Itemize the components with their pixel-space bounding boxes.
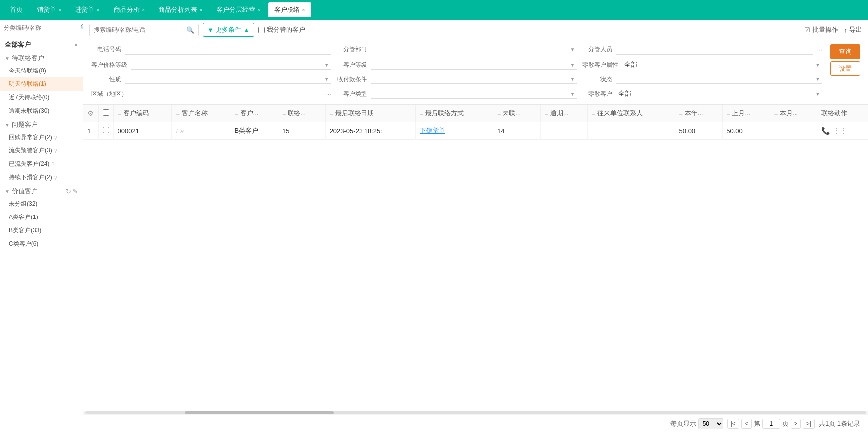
close-icon[interactable]: × — [58, 7, 61, 13]
caret-icon: ▼ — [570, 47, 575, 52]
edit-icon[interactable]: ✎ — [73, 188, 78, 195]
customer-level-field: 客户等级 ▼ — [337, 61, 577, 70]
phone-action-icon[interactable]: 📞 — [821, 127, 830, 135]
nav-item-sales[interactable]: 销货单 × — [31, 2, 67, 17]
help-icon[interactable]: ? — [54, 148, 57, 154]
region-more-icon[interactable]: ··· — [326, 91, 331, 98]
sidebar-item-churn-warning[interactable]: 流失预警客户(3) ? — [0, 144, 83, 157]
main-search-icon[interactable]: 🔍 — [186, 26, 194, 34]
cell-name: Ea — [172, 122, 230, 140]
retail-attr-select[interactable]: 全部 ▼ — [622, 59, 822, 71]
payment-select[interactable]: ▼ — [371, 75, 577, 84]
sidebar-item-7days[interactable]: 近7天待联络(0) — [0, 91, 83, 104]
query-button[interactable]: 查询 — [830, 44, 860, 59]
cell-contact-person — [588, 122, 675, 140]
nav-item-customer-contact[interactable]: 客户联络 × — [268, 2, 311, 17]
last-page-btn[interactable]: >| — [803, 419, 815, 429]
select-all-checkbox[interactable] — [103, 109, 109, 116]
close-icon[interactable]: × — [199, 7, 202, 13]
page-input-area: 第 页 — [754, 419, 789, 429]
grid-action-icon[interactable]: ⋮⋮ — [833, 127, 847, 135]
gender-select[interactable]: ▼ — [125, 75, 331, 84]
person-more-icon[interactable]: ··· — [817, 46, 822, 53]
col-this-year: ≡ 本年... — [675, 105, 723, 122]
caret-icon: ▼ — [324, 62, 329, 68]
retail-attr-label: 零散客户属性 — [582, 61, 618, 69]
col-uncontacted: ≡ 未联... — [493, 105, 541, 122]
sidebar-item-declining[interactable]: 持续下滑客户(2) ? — [0, 171, 83, 184]
gear-icon[interactable]: ⚙ — [87, 109, 94, 117]
reset-button[interactable]: 设置 — [830, 61, 860, 76]
horizontal-scrollbar[interactable] — [83, 411, 868, 415]
export-btn[interactable]: ↑ 导出 — [844, 25, 863, 34]
group-value-customers: ▼ 价值客户 ↻ ✎ — [0, 184, 83, 197]
dept-select[interactable]: ▼ — [371, 45, 577, 54]
close-icon[interactable]: × — [257, 7, 260, 13]
nav-item-purchase[interactable]: 进货单 × — [69, 2, 105, 17]
sidebar-item-today[interactable]: 今天待联络(0) — [0, 64, 83, 77]
sidebar-item-churned[interactable]: 已流失客户(24) ? — [0, 157, 83, 171]
nav-item-analysis[interactable]: 商品分析 × — [108, 2, 150, 17]
sidebar-item-overdue[interactable]: 逾期未联络(30) — [0, 104, 83, 118]
region-label: 区域（地区） — [91, 90, 127, 98]
page-input[interactable] — [762, 419, 780, 429]
status-field: 状态 ▼ — [582, 75, 822, 84]
my-customer-checkbox[interactable] — [258, 27, 265, 33]
sidebar-item-class-a[interactable]: A类客户(1) — [0, 211, 83, 224]
retail-select[interactable]: 全部 ▼ — [616, 88, 822, 100]
help-icon[interactable]: ? — [54, 175, 57, 181]
row-checkbox[interactable] — [103, 127, 109, 133]
top-nav: 首页 销货单 × 进货单 × 商品分析 × 商品分析列表 × 客户分层经营 × … — [0, 0, 868, 20]
customer-type-select[interactable]: ▼ — [371, 90, 577, 99]
close-icon[interactable]: × — [142, 7, 145, 13]
sidebar-item-repurchase-anomaly[interactable]: 回购异常客户(2) ? — [0, 131, 83, 144]
main-search-input[interactable] — [94, 26, 184, 33]
toolbar: 🔍 ▼ 更多条件 ▲ 我分管的客户 ☑ 批量操作 ↑ 导出 — [83, 20, 868, 40]
sidebar-item-ungrouped[interactable]: 未分组(32) — [0, 197, 83, 211]
retail-attr-field: 零散客户属性 全部 ▼ — [582, 59, 822, 71]
prev-page-btn[interactable]: < — [741, 419, 752, 429]
sidebar-search-input[interactable] — [4, 24, 78, 31]
region-input[interactable] — [131, 89, 322, 99]
sidebar-item-class-b[interactable]: B类客户(33) — [0, 224, 83, 237]
collapse-icon[interactable]: « — [74, 41, 78, 48]
next-page-btn[interactable]: > — [791, 419, 801, 429]
cell-code: 000021 — [113, 122, 172, 140]
filter-icon: ▼ — [207, 26, 214, 34]
close-icon[interactable]: × — [96, 7, 99, 13]
page-suffix-label: 页 — [782, 419, 789, 428]
price-level-select[interactable]: ▼ — [131, 61, 331, 70]
person-input[interactable] — [616, 44, 813, 55]
per-page-label: 每页显示 — [670, 419, 696, 428]
phone-input[interactable] — [125, 44, 331, 55]
bulk-op-btn[interactable]: ☑ 批量操作 — [804, 25, 838, 34]
nav-home[interactable]: 首页 — [4, 2, 29, 17]
my-customer-checkbox-area[interactable]: 我分管的客户 — [258, 25, 305, 34]
close-icon[interactable]: × — [302, 7, 305, 13]
page-prefix-label: 第 — [754, 419, 760, 428]
sidebar-item-class-c[interactable]: C类客户(6) — [0, 237, 83, 251]
help-icon[interactable]: ? — [54, 135, 57, 141]
customer-level-select[interactable]: ▼ — [371, 61, 577, 70]
per-page-select[interactable]: 50 100 200 — [698, 418, 723, 429]
more-filter-btn[interactable]: ▼ 更多条件 ▲ — [203, 23, 254, 37]
sidebar-item-tomorrow[interactable]: 明天待联络(1) — [0, 77, 83, 91]
nav-item-customer-tier[interactable]: 客户分层经营 × — [211, 2, 266, 17]
caret-icon: ▼ — [570, 76, 575, 82]
col-type: ≡ 客户... — [230, 105, 278, 122]
triangle-icon: ▼ — [5, 56, 10, 61]
action-icons-area: 📞 ⋮⋮ — [821, 127, 864, 135]
status-select[interactable]: ▼ — [616, 75, 822, 84]
triangle-icon: ▼ — [5, 122, 10, 128]
main-layout: 🔍 全部客户 « ▼ 待联络客户 今天待联络(0) 明天待联络(1) 近7天待联… — [0, 20, 868, 432]
scrollbar-thumb[interactable] — [185, 411, 334, 414]
method-link[interactable]: 下销货单 — [420, 127, 445, 134]
help-icon[interactable]: ? — [51, 161, 54, 167]
payment-field: 收付款条件 ▼ — [337, 75, 577, 84]
all-customers-label: 全部客户 — [5, 40, 31, 49]
refresh-icon[interactable]: ↻ — [66, 188, 71, 195]
filter-actions: 查询 设置 — [830, 44, 860, 100]
nav-item-analysis-list[interactable]: 商品分析列表 × — [152, 2, 208, 17]
first-page-btn[interactable]: |< — [727, 419, 739, 429]
total-label: 共1页 1条记录 — [819, 419, 860, 428]
